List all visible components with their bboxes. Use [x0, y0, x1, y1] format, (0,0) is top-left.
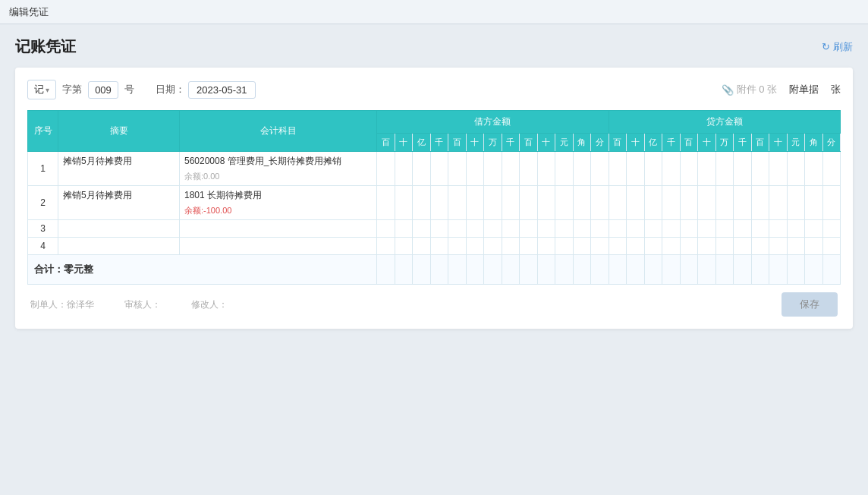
credit-cell-r1-c1[interactable]: [627, 152, 645, 186]
debit-cell-r1-c0[interactable]: [377, 152, 395, 186]
credit-cell-r4-c12[interactable]: [822, 238, 841, 255]
voucher-number[interactable]: 009: [88, 81, 118, 99]
credit-cell-r4-c4[interactable]: [680, 238, 698, 255]
credit-cell-r1-c2[interactable]: [644, 152, 662, 186]
debit-cell-r3-c3[interactable]: [430, 220, 448, 238]
credit-cell-r1-c12[interactable]: [822, 152, 841, 186]
table-row[interactable]: 3: [28, 220, 841, 238]
debit-cell-r3-c6[interactable]: [484, 220, 502, 238]
debit-cell-r3-c7[interactable]: [502, 220, 520, 238]
credit-cell-r2-c10[interactable]: [787, 186, 805, 220]
debit-cell-r2-c6[interactable]: [484, 186, 502, 220]
credit-cell-r4-c3[interactable]: [662, 238, 681, 255]
debit-cell-r2-c0[interactable]: [377, 186, 395, 220]
row-summary-3[interactable]: [58, 220, 180, 238]
credit-cell-r4-c11[interactable]: [805, 238, 823, 255]
debit-cell-r4-c3[interactable]: [430, 238, 448, 255]
debit-cell-r4-c11[interactable]: [573, 238, 591, 255]
credit-cell-r1-c9[interactable]: [769, 152, 788, 186]
debit-cell-r1-c11[interactable]: [573, 152, 591, 186]
debit-cell-r3-c8[interactable]: [520, 220, 538, 238]
debit-cell-r3-c11[interactable]: [573, 220, 591, 238]
debit-cell-r4-c4[interactable]: [448, 238, 467, 255]
debit-cell-r2-c3[interactable]: [430, 186, 448, 220]
debit-cell-r3-c4[interactable]: [448, 220, 467, 238]
credit-cell-r1-c7[interactable]: [734, 152, 752, 186]
debit-cell-r4-c8[interactable]: [520, 238, 538, 255]
debit-cell-r3-c1[interactable]: [395, 220, 413, 238]
credit-cell-r2-c1[interactable]: [627, 186, 645, 220]
credit-cell-r1-c5[interactable]: [698, 152, 716, 186]
attachment-link[interactable]: 📎 附件 0 张: [722, 83, 777, 96]
credit-cell-r2-c2[interactable]: [644, 186, 662, 220]
credit-cell-r2-c5[interactable]: [698, 186, 716, 220]
debit-cell-r2-c12[interactable]: [591, 186, 609, 220]
credit-cell-r4-c2[interactable]: [644, 238, 662, 255]
credit-cell-r1-c6[interactable]: [715, 152, 734, 186]
credit-cell-r3-c10[interactable]: [787, 220, 805, 238]
debit-cell-r4-c10[interactable]: [555, 238, 574, 255]
debit-cell-r2-c11[interactable]: [573, 186, 591, 220]
credit-cell-r1-c4[interactable]: [680, 152, 698, 186]
debit-cell-r2-c8[interactable]: [520, 186, 538, 220]
debit-cell-r1-c5[interactable]: [466, 152, 484, 186]
credit-cell-r3-c11[interactable]: [805, 220, 823, 238]
debit-cell-r1-c4[interactable]: [448, 152, 467, 186]
debit-cell-r1-c1[interactable]: [395, 152, 413, 186]
row-summary-2[interactable]: 摊销5月待摊费用: [58, 186, 180, 220]
debit-cell-r2-c4[interactable]: [448, 186, 467, 220]
debit-cell-r4-c1[interactable]: [395, 238, 413, 255]
credit-cell-r1-c3[interactable]: [662, 152, 681, 186]
debit-cell-r4-c2[interactable]: [413, 238, 431, 255]
row-summary-1[interactable]: 摊销5月待摊费用: [58, 152, 180, 186]
credit-cell-r4-c9[interactable]: [769, 238, 788, 255]
table-row[interactable]: 2摊销5月待摊费用1801 长期待摊费用余额:-100.00: [28, 186, 841, 220]
credit-cell-r1-c10[interactable]: [787, 152, 805, 186]
debit-cell-r1-c12[interactable]: [591, 152, 609, 186]
debit-cell-r2-c9[interactable]: [537, 186, 555, 220]
debit-cell-r3-c12[interactable]: [591, 220, 609, 238]
debit-cell-r3-c5[interactable]: [466, 220, 484, 238]
credit-cell-r2-c3[interactable]: [662, 186, 681, 220]
debit-cell-r1-c10[interactable]: [555, 152, 574, 186]
credit-cell-r4-c8[interactable]: [751, 238, 769, 255]
credit-cell-r3-c3[interactable]: [662, 220, 681, 238]
credit-cell-r4-c1[interactable]: [627, 238, 645, 255]
credit-cell-r4-c0[interactable]: [609, 238, 627, 255]
row-subject-1[interactable]: 56020008 管理费用_长期待摊费用摊销余额:0.00: [180, 152, 377, 186]
credit-cell-r3-c7[interactable]: [734, 220, 752, 238]
debit-cell-r2-c5[interactable]: [466, 186, 484, 220]
voucher-slip-button[interactable]: 附单据: [789, 83, 819, 96]
credit-cell-r4-c10[interactable]: [787, 238, 805, 255]
credit-cell-r1-c8[interactable]: [751, 152, 769, 186]
credit-cell-r2-c8[interactable]: [751, 186, 769, 220]
credit-cell-r1-c11[interactable]: [805, 152, 823, 186]
credit-cell-r2-c9[interactable]: [769, 186, 788, 220]
credit-cell-r2-c7[interactable]: [734, 186, 752, 220]
debit-cell-r4-c0[interactable]: [377, 238, 395, 255]
debit-cell-r1-c8[interactable]: [520, 152, 538, 186]
row-subject-2[interactable]: 1801 长期待摊费用余额:-100.00: [180, 186, 377, 220]
credit-cell-r4-c6[interactable]: [715, 238, 734, 255]
debit-cell-r2-c2[interactable]: [413, 186, 431, 220]
credit-cell-r3-c2[interactable]: [644, 220, 662, 238]
debit-cell-r1-c9[interactable]: [537, 152, 555, 186]
row-subject-4[interactable]: [180, 238, 377, 255]
credit-cell-r1-c0[interactable]: [609, 152, 627, 186]
credit-cell-r3-c4[interactable]: [680, 220, 698, 238]
debit-cell-r3-c10[interactable]: [555, 220, 574, 238]
debit-cell-r4-c9[interactable]: [537, 238, 555, 255]
credit-cell-r3-c9[interactable]: [769, 220, 788, 238]
debit-cell-r3-c0[interactable]: [377, 220, 395, 238]
debit-cell-r1-c3[interactable]: [430, 152, 448, 186]
credit-cell-r3-c0[interactable]: [609, 220, 627, 238]
debit-cell-r3-c2[interactable]: [413, 220, 431, 238]
debit-cell-r4-c6[interactable]: [484, 238, 502, 255]
credit-cell-r3-c5[interactable]: [698, 220, 716, 238]
credit-cell-r2-c11[interactable]: [805, 186, 823, 220]
credit-cell-r2-c6[interactable]: [715, 186, 734, 220]
credit-cell-r3-c6[interactable]: [715, 220, 734, 238]
credit-cell-r4-c7[interactable]: [734, 238, 752, 255]
debit-cell-r4-c5[interactable]: [466, 238, 484, 255]
debit-cell-r1-c6[interactable]: [484, 152, 502, 186]
